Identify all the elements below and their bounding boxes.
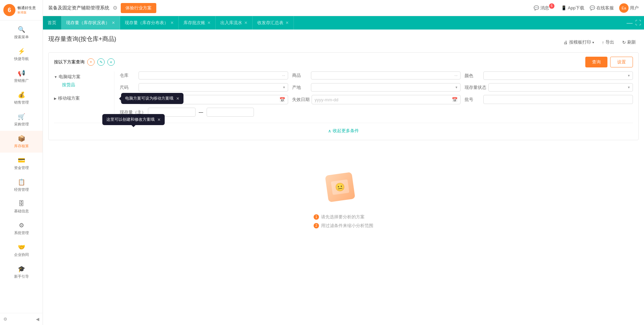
cart-icon: 🛒 xyxy=(18,113,25,120)
color-select[interactable]: ▾ xyxy=(483,71,633,80)
sidebar-item-label: 快捷导航 xyxy=(14,56,29,61)
industry-plan-button[interactable]: 体验行业方案 xyxy=(121,3,156,13)
scheme-tree: ▼ 电脑端方案 按货品 ▶ 移动端方案 xyxy=(54,71,114,120)
sidebar-item-basic[interactable]: 🗄 基础信息 xyxy=(0,196,43,218)
tab-home[interactable]: 首页 xyxy=(43,16,61,30)
tab-label: 出入库流水 xyxy=(220,20,242,26)
search-row-2: 尺码 ▾ 产地 ▾ 现存量状态 xyxy=(120,83,633,92)
warehouse-select[interactable]: ··· xyxy=(139,71,288,79)
tab-inout-flow[interactable]: 出入库流水 ✕ xyxy=(216,16,253,30)
collapse-sidebar-icon[interactable]: ◀ xyxy=(36,317,39,322)
sidebar-item-finance[interactable]: 💳 资金管理 xyxy=(0,153,43,174)
header-gear-icon[interactable]: ⚙ xyxy=(113,5,117,11)
handshake-icon: 🤝 xyxy=(18,243,25,251)
tab-close-icon[interactable]: ✕ xyxy=(285,20,289,25)
sidebar-item-label: 资金管理 xyxy=(14,165,29,170)
origin-label: 产地 xyxy=(292,85,309,91)
message-icon: 💬 xyxy=(534,5,539,10)
field-stock-status: 现存量状态 ▾ xyxy=(465,83,633,92)
sidebar-item-label: 营销推广 xyxy=(14,78,29,83)
chevron-down-icon: ▾ xyxy=(628,85,630,90)
tab-close-icon[interactable]: ✕ xyxy=(170,20,174,25)
message-badge: 6 xyxy=(549,3,554,9)
set-button[interactable]: 设置 xyxy=(610,57,633,67)
tooltip-close-icon[interactable]: ✕ xyxy=(176,96,179,101)
sidebar-item-sales[interactable]: 💰 销售管理 xyxy=(0,87,43,109)
tooltip-arrow xyxy=(119,97,121,101)
sidebar-item-guide[interactable]: 🎓 新手引导 xyxy=(0,261,43,283)
empty-box-icon: 😐 xyxy=(325,172,355,202)
sidebar-item-label: 采购管理 xyxy=(14,122,29,127)
scheme-desktop-label: 电脑端方案 xyxy=(59,74,80,80)
sidebar-item-label: 库存核算 xyxy=(14,144,29,149)
calendar-icon: 📅 xyxy=(452,97,458,102)
message-item[interactable]: 💬 消息 6 xyxy=(534,5,556,11)
settings-bottom-icon[interactable]: ⚙ xyxy=(3,317,7,322)
tooltip-arrow2 xyxy=(131,125,136,127)
chevron-down-icon: ··· xyxy=(282,73,285,77)
search-section-label: 按以下方案查询 xyxy=(54,59,85,65)
field-warehouse: 仓库 ··· xyxy=(120,71,288,79)
sidebar-item-enterprise[interactable]: 🤝 企业协同 xyxy=(0,239,43,261)
tab-close-icon[interactable]: ✕ xyxy=(112,20,115,25)
goods-select[interactable]: ··· xyxy=(311,71,461,79)
sidebar-item-inventory[interactable]: 📦 库存核算 xyxy=(0,131,43,153)
tab-inventory-dist[interactable]: 现存量（库存分布表） ✕ xyxy=(120,16,179,30)
empty-tips: 1 请先选择要分析的方案 2 用过滤条件来缩小分析范围 xyxy=(314,213,373,230)
print-button[interactable]: 🖨 按模板打印 ▾ xyxy=(561,38,597,47)
scheme-item-desktop[interactable]: ▼ 电脑端方案 xyxy=(54,73,109,81)
origin-select[interactable]: ▾ xyxy=(311,83,461,92)
search-section: 按以下方案查询 + ✎ « 查询 设置 ▼ 电脑端方案 按货品 xyxy=(48,52,639,140)
tab-close-icon[interactable]: ✕ xyxy=(207,20,211,25)
sidebar-item-shortcut[interactable]: ⚡ 快捷导航 xyxy=(0,44,43,65)
collapse-button[interactable]: ∧ 收起更多条件 xyxy=(54,126,633,136)
query-button[interactable]: 查询 xyxy=(585,57,607,67)
stock-status-select[interactable]: ▾ xyxy=(488,83,633,92)
sidebar-item-system[interactable]: ⚙ 系统管理 xyxy=(0,218,43,239)
size-select[interactable]: ▾ xyxy=(139,83,288,92)
expand-arrow-icon: ▼ xyxy=(54,75,57,79)
sidebar-item-search[interactable]: 🔍 搜索菜单 xyxy=(0,22,43,44)
stock-max-input[interactable] xyxy=(207,108,254,117)
tooltip-close-icon2[interactable]: ✕ xyxy=(157,117,161,122)
tab-minimize-icon[interactable]: — xyxy=(627,19,633,26)
export-button[interactable]: ↑ 导出 xyxy=(599,38,617,47)
empty-state: 😐 1 请先选择要分析的方案 2 用过滤条件来缩小分析范围 xyxy=(48,154,639,250)
sidebar-item-operations[interactable]: 📋 经营管理 xyxy=(0,174,43,196)
page-title: 现存量查询(按仓库+商品) xyxy=(48,35,116,43)
batch-input[interactable] xyxy=(483,95,633,104)
scheme-arrow-button[interactable]: « xyxy=(107,58,115,66)
tab-batch-account[interactable]: 库存批次账 ✕ xyxy=(179,16,216,30)
scheme-item-mobile[interactable]: ▶ 移动端方案 xyxy=(54,94,109,102)
sidebar-item-marketing[interactable]: 📢 营销推广 xyxy=(0,65,43,87)
edit-scheme-button[interactable]: ✎ xyxy=(97,58,105,66)
app-download-label: App下载 xyxy=(568,5,584,11)
search-icon: 🔍 xyxy=(18,26,25,33)
app-download-item[interactable]: 📱 App下载 xyxy=(561,5,584,11)
tab-receive-summary[interactable]: 收发存汇总表 ✕ xyxy=(253,16,294,30)
user-item[interactable]: Ea 用户 xyxy=(619,3,639,13)
add-scheme-button[interactable]: + xyxy=(87,58,95,66)
tab-close-icon[interactable]: ✕ xyxy=(244,20,248,25)
tab-fullscreen-icon[interactable]: ⛶ xyxy=(635,19,641,26)
field-expire-date: 失效日期 yyyy-mm-dd 📅 xyxy=(292,95,461,104)
chevron-down-icon: ▾ xyxy=(283,85,285,90)
tab-inventory-status[interactable]: 现存量（库存状况表） ✕ xyxy=(61,16,120,30)
database-icon: 🗄 xyxy=(18,200,24,207)
sidebar-nav: 🔍 搜索菜单 ⚡ 快捷导航 📢 营销推广 💰 销售管理 🛒 采购管理 📦 库存核… xyxy=(0,20,43,313)
guide-icon: 🎓 xyxy=(18,265,25,273)
refresh-button[interactable]: ↻ 刷新 xyxy=(620,38,639,47)
expire-date-label: 失效日期 xyxy=(292,97,310,103)
sidebar-item-label: 企业协同 xyxy=(14,252,29,257)
expire-date-input[interactable]: yyyy-mm-dd 📅 xyxy=(312,95,461,104)
sidebar-item-purchase[interactable]: 🛒 采购管理 xyxy=(0,109,43,131)
tab-label: 现存量（库存分布表） xyxy=(125,20,168,26)
tab-label: 现存量（库存状况表） xyxy=(66,20,110,26)
gear-icon: ⚙ xyxy=(19,222,24,229)
online-support-item[interactable]: 💬 在线客服 xyxy=(590,5,614,11)
scheme-sub-label: 按货品 xyxy=(62,82,75,88)
scheme-item-by-goods[interactable]: 按货品 xyxy=(54,81,109,89)
batch-label: 批号 xyxy=(465,97,481,103)
tab-label: 收发存汇总表 xyxy=(257,20,283,26)
online-support-label: 在线客服 xyxy=(596,5,614,11)
